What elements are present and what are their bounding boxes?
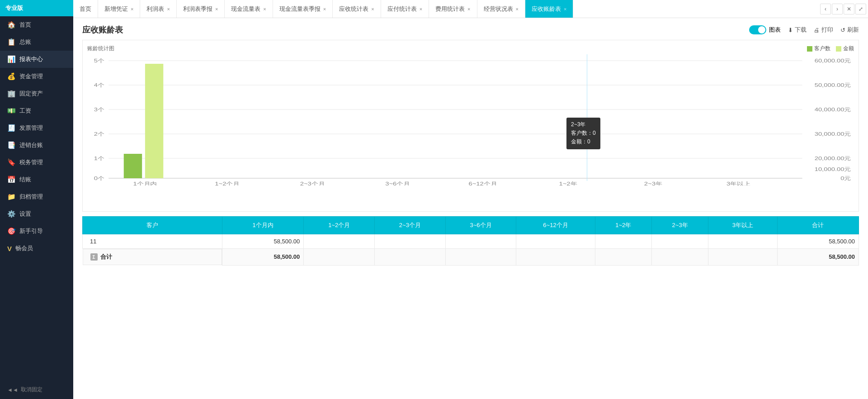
td-6-12m xyxy=(516,234,595,249)
total-icon: Σ xyxy=(90,253,98,261)
sidebar-item-fund[interactable]: 💰 资金管理 xyxy=(0,68,73,85)
page-header: 应收账龄表 图表 ⬇ 下载 🖨 打印 ↺ 刷新 xyxy=(73,18,868,40)
svg-text:10,000.00元: 10,000.00元 xyxy=(815,166,851,172)
sidebar-item-ledger[interactable]: 📋 总账 xyxy=(0,33,73,51)
tab-next-btn[interactable]: › xyxy=(832,4,843,14)
td-2-3m xyxy=(375,234,446,249)
ledger-icon: 📋 xyxy=(7,38,16,46)
tab-close-icon[interactable]: × xyxy=(167,6,170,12)
sidebar-item-label: 结账 xyxy=(19,176,31,184)
print-btn[interactable]: 🖨 打印 xyxy=(814,26,833,34)
sidebar-item-reports[interactable]: 📊 报表中心 xyxy=(0,51,73,68)
download-btn[interactable]: ⬇ 下载 xyxy=(788,26,807,34)
tab-profit-quarter[interactable]: 利润表季报 × xyxy=(177,0,225,18)
sidebar-item-sales[interactable]: 📑 进销台账 xyxy=(0,137,73,154)
page-content: 应收账龄表 图表 ⬇ 下载 🖨 打印 ↺ 刷新 xyxy=(73,18,868,399)
tab-close-icon[interactable]: × xyxy=(467,6,470,12)
sidebar-item-label: 进销台账 xyxy=(19,141,43,149)
sidebar-item-guide[interactable]: 🎯 新手引导 xyxy=(0,223,73,240)
sidebar-item-label: 报表中心 xyxy=(19,55,43,63)
sidebar-item-label: 总账 xyxy=(19,38,31,46)
sidebar-item-label: 固定资产 xyxy=(19,90,43,98)
td-total-2-3y xyxy=(651,249,708,266)
td-1-2m xyxy=(304,234,375,249)
assets-icon: 🏢 xyxy=(7,90,16,98)
sidebar-item-vip[interactable]: V 畅会员 xyxy=(0,240,73,257)
svg-text:20,000.00元: 20,000.00元 xyxy=(815,156,851,162)
tab-profit[interactable]: 利润表 × xyxy=(140,0,176,18)
table-row: 11 58,500.00 58,500.00 xyxy=(83,234,859,249)
tab-label: 新增凭证 xyxy=(104,5,128,13)
chart-toggle[interactable]: 图表 xyxy=(749,25,781,34)
tab-cashflow-quarter[interactable]: 现金流量表季报 × xyxy=(273,0,333,18)
bar-amount-1m xyxy=(145,64,163,178)
tab-label: 费用统计表 xyxy=(435,5,465,13)
tab-label: 利润表季报 xyxy=(183,5,212,13)
tab-close-icon[interactable]: × xyxy=(215,6,218,12)
tab-prev-btn[interactable]: ‹ xyxy=(820,4,831,14)
sidebar-item-close[interactable]: 📅 结账 xyxy=(0,171,73,188)
vip-icon: V xyxy=(7,245,12,252)
tab-close-icon[interactable]: × xyxy=(323,6,326,12)
sidebar-item-label: 资金管理 xyxy=(19,72,43,81)
legend-dot-customer xyxy=(807,46,812,52)
settings-icon: ⚙️ xyxy=(7,210,16,218)
tab-close-icon[interactable]: × xyxy=(263,6,266,12)
sidebar-item-archive[interactable]: 📁 归档管理 xyxy=(0,188,73,205)
td-total-total: 58,500.00 xyxy=(777,249,859,266)
refresh-btn[interactable]: ↺ 刷新 xyxy=(840,26,859,34)
svg-text:4个: 4个 xyxy=(94,82,104,88)
th-customer: 客户 xyxy=(83,217,222,234)
tab-close-icon[interactable]: × xyxy=(420,6,422,12)
tab-label: 应付统计表 xyxy=(387,5,417,13)
th-1-2y: 1~2年 xyxy=(595,217,651,234)
data-table: 客户 1个月内 1~2个月 2~3个月 3~6个月 6~12个月 1~2年 2~… xyxy=(82,216,859,266)
th-1-2m: 1~2个月 xyxy=(304,217,375,234)
tab-payable-stats[interactable]: 应付统计表 × xyxy=(381,0,429,18)
sidebar-item-assets[interactable]: 🏢 固定资产 xyxy=(0,85,73,102)
tab-expand-btn[interactable]: ⤢ xyxy=(855,4,866,14)
td-customer: 11 xyxy=(83,234,222,249)
td-total-3y-plus xyxy=(708,249,777,266)
tab-aging[interactable]: 应收账龄表 × xyxy=(525,0,573,18)
sidebar-item-settings[interactable]: ⚙️ 设置 xyxy=(0,205,73,223)
toggle-thumb xyxy=(758,26,765,33)
sidebar-item-tax[interactable]: 🔖 税务管理 xyxy=(0,154,73,171)
td-2-3y xyxy=(651,234,708,249)
tab-expense-stats[interactable]: 费用统计表 × xyxy=(429,0,477,18)
sidebar-logo: 专业版 xyxy=(0,0,73,16)
legend-label-customer: 客户数 xyxy=(814,45,830,52)
svg-text:40,000.00元: 40,000.00元 xyxy=(815,107,851,113)
chart-area: 账龄统计图 客户数 金额 5个 4个 3个 xyxy=(82,40,859,212)
tab-receivable-stats[interactable]: 应收统计表 × xyxy=(333,0,381,18)
toggle-track[interactable] xyxy=(749,25,766,34)
reports-icon: 📊 xyxy=(7,55,16,63)
page-actions: 图表 ⬇ 下载 🖨 打印 ↺ 刷新 xyxy=(749,25,859,34)
tab-operations[interactable]: 经营状况表 × xyxy=(477,0,525,18)
legend-customer: 客户数 xyxy=(807,45,830,52)
tab-close-icon[interactable]: × xyxy=(516,6,519,12)
download-label: 下载 xyxy=(795,26,807,34)
th-1m: 1个月内 xyxy=(222,217,304,234)
sidebar-item-invoice[interactable]: 🧾 发票管理 xyxy=(0,119,73,137)
th-2-3m: 2~3个月 xyxy=(375,217,446,234)
main-area: 首页 新增凭证 × 利润表 × 利润表季报 × 现金流量表 × 现金流量表季报 … xyxy=(73,0,868,399)
th-2-3y: 2~3年 xyxy=(651,217,708,234)
tab-close-all-btn[interactable]: ✕ xyxy=(844,4,854,14)
sidebar-item-home[interactable]: 🏠 首页 xyxy=(0,16,73,33)
legend-label-amount: 金额 xyxy=(843,45,854,52)
td-3y-plus xyxy=(708,234,777,249)
sidebar: 专业版 🏠 首页 📋 总账 📊 报表中心 💰 资金管理 🏢 固定资产 💵 工资 … xyxy=(0,0,73,399)
table-total-row: Σ 合计 58,500.00 58,500.00 xyxy=(83,249,859,266)
tab-new-voucher[interactable]: 新增凭证 × xyxy=(98,0,140,18)
tax-icon: 🔖 xyxy=(7,158,16,166)
tab-cashflow[interactable]: 现金流量表 × xyxy=(225,0,273,18)
sidebar-collapse-btn[interactable]: ◄◄ 取消固定 xyxy=(0,380,73,399)
tab-close-icon[interactable]: × xyxy=(131,6,133,12)
tab-home[interactable]: 首页 xyxy=(73,0,98,18)
tab-close-icon[interactable]: × xyxy=(371,6,374,12)
tab-close-icon[interactable]: × xyxy=(564,6,566,12)
td-total-3-6m xyxy=(445,249,516,266)
sidebar-item-salary[interactable]: 💵 工资 xyxy=(0,102,73,119)
svg-text:2~3个月: 2~3个月 xyxy=(300,181,325,185)
